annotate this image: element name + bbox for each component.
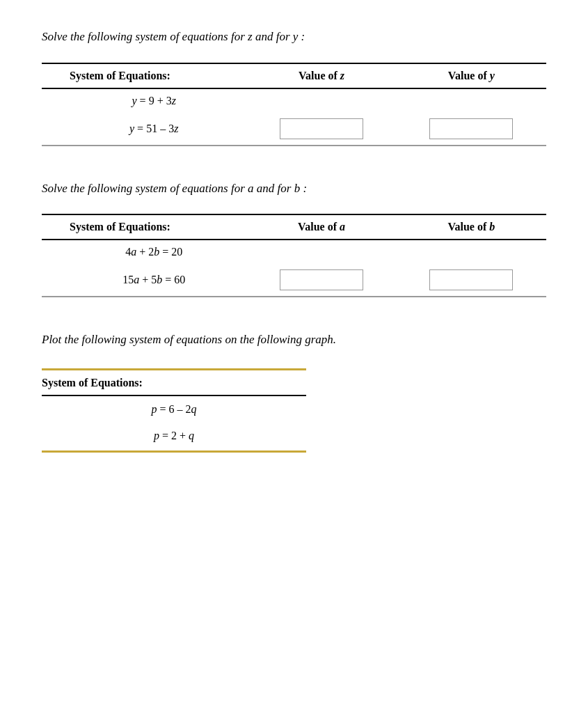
problem-1-section: Solve the following system of equations … — [42, 28, 546, 146]
table-row: p = 2 + q — [42, 423, 306, 449]
value-y-cell — [397, 88, 546, 113]
value-b-input-cell — [397, 264, 546, 297]
value-y-input-cell — [397, 113, 546, 146]
col3-header: Value of y — [397, 63, 546, 88]
equation-cell: y = 9 + 3z — [42, 88, 246, 113]
col1-header: System of Equations: — [42, 371, 306, 395]
problem-1-instruction: Solve the following system of equations … — [42, 28, 546, 46]
table-row: y = 9 + 3z — [42, 88, 546, 113]
problem-2-instruction: Solve the following system of equations … — [42, 180, 546, 198]
equation-cell: p = 2 + q — [42, 423, 306, 449]
col1-header: System of Equations: — [42, 63, 246, 88]
value-a-cell — [246, 240, 396, 264]
table-row: 4a + 2b = 20 — [42, 240, 546, 264]
value-z-cell — [246, 88, 396, 113]
problem-1-table: System of Equations: Value of z Value of… — [42, 63, 546, 146]
table-row: y = 51 – 3z — [42, 113, 546, 146]
problem-3-instruction: Plot the following system of equations o… — [42, 331, 546, 349]
value-a-input-cell — [246, 264, 396, 297]
col2-header: Value of a — [246, 214, 396, 240]
a-answer-input[interactable] — [280, 269, 363, 290]
equation-cell: p = 6 – 2q — [42, 395, 306, 423]
value-b-cell — [397, 240, 546, 264]
col2-header: Value of z — [246, 63, 396, 88]
problem-2-table: System of Equations: Value of a Value of… — [42, 214, 546, 297]
b-answer-input[interactable] — [429, 269, 513, 290]
col3-header: Value of b — [397, 214, 546, 240]
table-row: 15a + 5b = 60 — [42, 264, 546, 297]
table-row: p = 6 – 2q — [42, 395, 306, 423]
z-answer-input[interactable] — [280, 118, 363, 139]
problem-3-table: System of Equations: p = 6 – 2q p = 2 + … — [42, 368, 306, 453]
y-answer-input[interactable] — [429, 118, 513, 139]
problem-3-section: Plot the following system of equations o… — [42, 331, 546, 453]
problem-2-section: Solve the following system of equations … — [42, 180, 546, 298]
equation-cell: 15a + 5b = 60 — [42, 264, 246, 297]
col1-header: System of Equations: — [42, 214, 246, 240]
equation-cell: 4a + 2b = 20 — [42, 240, 246, 264]
equation-cell: y = 51 – 3z — [42, 113, 246, 146]
value-z-input-cell — [246, 113, 396, 146]
